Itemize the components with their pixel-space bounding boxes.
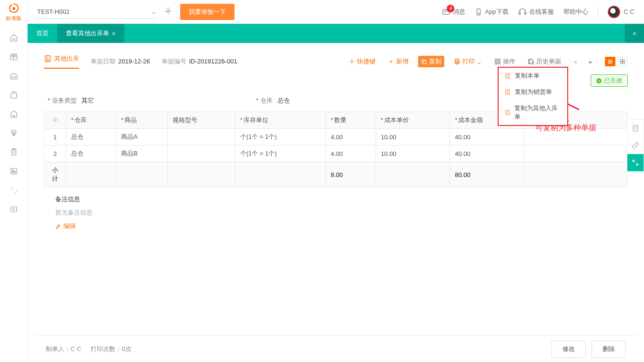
modify-button[interactable]: 修改 bbox=[552, 341, 586, 358]
user-avatar[interactable] bbox=[608, 6, 620, 18]
prev-button[interactable]: ◂ bbox=[571, 57, 580, 67]
print-count-info: 打印次数：0次 bbox=[91, 345, 131, 353]
svg-text:新: 新 bbox=[12, 207, 15, 211]
doc-type-tab[interactable]: 其他出库 bbox=[44, 54, 79, 69]
svg-rect-25 bbox=[608, 60, 613, 61]
top-bar: TEST-H002 ⌄ 我要体验一下 消息 4 App下载 在线客服 帮助中心 bbox=[28, 0, 644, 24]
operations-button[interactable]: 操作 bbox=[491, 56, 518, 67]
tab-strip: 首页 查看其他出库单 × × bbox=[28, 24, 644, 43]
status-badge: 已生效 bbox=[591, 74, 628, 87]
chevron-down-icon: ⌄ bbox=[477, 58, 482, 65]
col-gear[interactable] bbox=[44, 112, 66, 129]
delete-button[interactable]: 删除 bbox=[592, 341, 626, 358]
help-button[interactable]: 帮助中心 bbox=[563, 8, 588, 16]
svg-rect-26 bbox=[608, 62, 613, 62]
col-product: *商品 bbox=[116, 112, 167, 129]
svg-rect-5 bbox=[11, 168, 17, 174]
user-name: C C bbox=[624, 8, 634, 15]
svg-point-35 bbox=[596, 78, 602, 83]
subtotal-amount: 80.00 bbox=[450, 162, 524, 187]
remarks-empty: 暂无备注信息 bbox=[55, 208, 616, 217]
view-grid-icon[interactable] bbox=[617, 57, 628, 66]
close-icon[interactable]: × bbox=[112, 30, 116, 37]
doc-number: 单据编号ID-20191226-001 bbox=[162, 57, 237, 66]
nav-new-icon[interactable]: 新 bbox=[0, 200, 27, 219]
nav-cycle-icon[interactable] bbox=[0, 181, 27, 200]
try-button[interactable]: 我要体验一下 bbox=[180, 4, 235, 20]
copy-this-doc[interactable]: 复制本单 bbox=[499, 68, 567, 84]
table-row[interactable]: 2总仓商品B个(1个 = 1个)4.0010.0040.00 bbox=[44, 145, 628, 162]
subtotal-label: 小计 bbox=[44, 162, 66, 187]
tab-current[interactable]: 查看其他出库单 × bbox=[57, 24, 124, 43]
nav-report-icon[interactable] bbox=[0, 162, 27, 181]
copy-as-sales[interactable]: 复制为销货单 bbox=[499, 84, 567, 100]
col-warehouse: *仓库 bbox=[66, 112, 116, 129]
copy-dropdown: 复制本单 复制为销货单 复制为其他入库单 bbox=[498, 67, 568, 126]
expand-icon[interactable] bbox=[627, 154, 644, 171]
copy-as-inbound[interactable]: 复制为其他入库单 bbox=[499, 100, 567, 125]
svg-rect-28 bbox=[621, 60, 623, 62]
history-button[interactable]: 历史单据 bbox=[525, 56, 564, 67]
svg-rect-12 bbox=[519, 12, 520, 14]
tenant-select[interactable]: TEST-H002 ⌄ bbox=[37, 5, 156, 19]
maker-info: 制单人：C C bbox=[46, 345, 81, 353]
link-icon[interactable] bbox=[627, 137, 644, 154]
svg-point-11 bbox=[479, 13, 479, 14]
messages-button[interactable]: 消息 4 bbox=[442, 8, 465, 16]
svg-rect-31 bbox=[623, 62, 625, 64]
svg-rect-30 bbox=[621, 62, 623, 64]
customer-service-button[interactable]: 在线客服 bbox=[518, 8, 554, 16]
col-unit: *库存单位 bbox=[235, 112, 326, 129]
add-button[interactable]: ＋新增 bbox=[385, 56, 411, 67]
note-icon[interactable] bbox=[627, 120, 644, 137]
svg-point-0 bbox=[12, 7, 15, 10]
subtotal-qty: 8.00 bbox=[326, 162, 376, 187]
svg-rect-22 bbox=[495, 62, 497, 64]
col-cost: *成本单价 bbox=[376, 112, 450, 129]
svg-rect-2 bbox=[11, 93, 17, 98]
svg-point-15 bbox=[351, 61, 353, 62]
brand-logo: 标准版 bbox=[6, 3, 21, 21]
view-list-icon[interactable] bbox=[605, 57, 615, 66]
nav-clipboard-icon[interactable] bbox=[0, 143, 27, 162]
svg-point-8 bbox=[167, 10, 170, 12]
svg-rect-13 bbox=[524, 12, 526, 14]
message-badge: 4 bbox=[447, 5, 454, 12]
svg-rect-16 bbox=[423, 61, 426, 63]
nav-gift-icon[interactable] bbox=[0, 47, 27, 66]
copy-button[interactable]: 复制 bbox=[418, 56, 444, 67]
col-qty: *数量 bbox=[326, 112, 376, 129]
remarks-title: 备注信息 bbox=[55, 195, 616, 204]
shortcut-button[interactable]: 快捷键 bbox=[346, 56, 378, 67]
tab-home[interactable]: 首页 bbox=[28, 24, 57, 43]
nav-warehouse-icon[interactable] bbox=[0, 66, 27, 85]
doc-date: 单据日期2019-12-26 bbox=[91, 57, 150, 66]
nav-bag-icon[interactable] bbox=[0, 85, 27, 104]
remarks-section: 备注信息 暂无备注信息 编辑 bbox=[44, 187, 628, 238]
chevron-down-icon: ⌄ bbox=[151, 8, 156, 15]
svg-rect-20 bbox=[495, 59, 497, 61]
edit-remarks-button[interactable]: 编辑 bbox=[55, 222, 616, 230]
svg-rect-29 bbox=[623, 60, 625, 62]
svg-rect-27 bbox=[608, 63, 613, 64]
svg-rect-23 bbox=[498, 62, 500, 64]
right-side-rail bbox=[627, 119, 644, 172]
footer-bar: 制单人：C C 打印次数：0次 修改 删除 bbox=[34, 335, 637, 362]
print-button[interactable]: 打印 ⌄ bbox=[451, 56, 485, 67]
close-all-tabs[interactable]: × bbox=[625, 24, 644, 43]
settings-icon[interactable] bbox=[164, 7, 173, 17]
table-row[interactable]: 1总仓商品A个(1个 = 1个)4.0010.0040.00 bbox=[44, 129, 628, 145]
nav-home-icon[interactable] bbox=[0, 28, 27, 47]
next-button[interactable]: ▸ bbox=[586, 57, 595, 67]
document-toolbar: 其他出库 单据日期2019-12-26 单据编号ID-20191226-001 … bbox=[34, 50, 637, 69]
svg-point-36 bbox=[54, 119, 56, 121]
nav-building-icon[interactable] bbox=[0, 104, 27, 124]
svg-rect-24 bbox=[529, 59, 532, 63]
col-spec: 规格型号 bbox=[168, 112, 235, 129]
left-nav-rail: 标准版 新 bbox=[0, 0, 28, 362]
app-download-button[interactable]: App下载 bbox=[475, 8, 508, 16]
svg-rect-21 bbox=[498, 59, 500, 61]
nav-money-icon[interactable] bbox=[0, 124, 27, 143]
